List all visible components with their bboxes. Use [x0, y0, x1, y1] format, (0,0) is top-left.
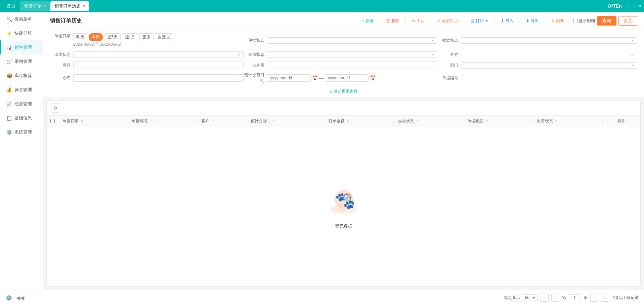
product-cell: 商品 ...	[50, 62, 244, 69]
th-bill-no[interactable]: 单据编号 ⇅	[128, 116, 198, 127]
refresh-label: 刷新	[556, 18, 564, 24]
maximize-button[interactable]: □	[634, 4, 636, 8]
tab-sales-history[interactable]: 销售订单历史 ×	[50, 1, 89, 11]
warehouse-label: 仓库	[50, 75, 73, 81]
date-range-display: 2023-06-02 至 2023-06-02	[73, 42, 173, 47]
date-btn-last7[interactable]: 近7天	[104, 33, 121, 41]
delete-button[interactable]: 🗑 删除	[383, 17, 403, 25]
cal-icon-start[interactable]: 📅	[312, 75, 318, 81]
th-out-status[interactable]: 出库状态 ⇅	[533, 116, 603, 127]
tab-home[interactable]: 首页	[3, 1, 19, 11]
date-btn-yesterday[interactable]: 昨天	[73, 33, 87, 41]
total-label: 共0页, 0条记录	[612, 295, 639, 301]
sidebar-item-purchase-mgmt[interactable]: 🛒 采购管理	[0, 54, 43, 69]
sidebar-collapse-icon[interactable]: ◀◀	[16, 295, 24, 301]
th-ops: 操作	[603, 116, 640, 127]
sidebar-item-search-label: 搜索菜单	[14, 16, 32, 22]
sidebar-item-inventory-label: 库存核算	[14, 73, 32, 79]
divider-3	[431, 18, 431, 24]
product-input[interactable]: ...	[73, 62, 244, 69]
date-btn-custom[interactable]: 自定义	[155, 33, 173, 41]
th-expected-date[interactable]: 预计交货... ⇅	[247, 116, 325, 127]
complete-status-select[interactable]: ▼	[267, 51, 437, 58]
salesman-ellipsis[interactable]: ...	[431, 63, 434, 68]
export-button[interactable]: ⬇ 导出	[523, 17, 542, 25]
new-button[interactable]: + 新增	[358, 17, 377, 25]
print-button[interactable]: 🖨 打印 ▼	[467, 17, 492, 25]
first-page-button[interactable]: «	[541, 294, 549, 302]
sidebar-settings-icon[interactable]: ⚙️	[5, 295, 12, 301]
bill-no-input[interactable]	[461, 77, 637, 79]
sidebar-item-basic-info-label: 基础信息	[14, 115, 32, 121]
warehouse-ellipsis[interactable]: ...	[237, 76, 241, 80]
out-status-select[interactable]: ▼	[73, 51, 244, 58]
import-button[interactable]: ⬆ 导入	[498, 17, 517, 25]
sidebar-item-search-menu[interactable]: 🔍 搜索菜单	[0, 12, 43, 26]
stop-button[interactable]: ⊘ 中止	[409, 17, 428, 25]
th-bill-date[interactable]: 单据日期 ⇅	[59, 116, 128, 127]
sidebar-item-basic-info[interactable]: 📋 基础信息	[0, 111, 43, 125]
salesman-input[interactable]: ...	[267, 62, 437, 69]
page-size-value: 50	[525, 295, 529, 300]
cal-icon-end[interactable]: 📅	[370, 75, 376, 81]
minimize-button[interactable]: —	[627, 4, 631, 8]
date-btn-more[interactable]: 更多	[139, 33, 154, 41]
data-table: 单据日期 ⇅ 单据编号 ⇅ 客户 ⇅ 预计交货...	[47, 116, 640, 127]
sidebar-item-inventory[interactable]: 📦 库存核算	[0, 69, 43, 83]
pagination: 每页显示 50 ▼ « ‹ 第 页 › » 共0页, 0条记录	[43, 290, 644, 305]
customer-ellipsis[interactable]: ...	[631, 52, 634, 57]
page-size-select[interactable]: 50 ▼	[523, 294, 538, 301]
setting-button[interactable]: 设置	[618, 16, 637, 26]
sidebar-bottom: ⚙️ ◀◀	[0, 290, 43, 305]
date-btn-today[interactable]: 今天	[89, 33, 103, 41]
cancel-stop-button[interactable]: ⊘ 取消中止	[434, 17, 461, 25]
bill-status-arrow: ▼	[431, 39, 434, 42]
show-detail-checkbox[interactable]	[573, 19, 577, 23]
prev-page-button[interactable]: ‹	[551, 294, 559, 302]
tab-sales-order-close[interactable]: ×	[44, 4, 46, 8]
show-detail-label[interactable]: 显示明细	[573, 18, 595, 24]
expected-date-start[interactable]	[267, 74, 311, 82]
refresh-button[interactable]: ↻ 刷新	[548, 17, 567, 25]
customer-input[interactable]: ...	[461, 51, 637, 58]
page-number-input[interactable]	[569, 294, 581, 301]
page-size-arrow: ▼	[532, 296, 535, 300]
refresh-icon: ↻	[551, 18, 555, 23]
th-order-amount[interactable]: 订单金额 ⇅	[325, 116, 394, 127]
next-page-button[interactable]: ›	[590, 294, 598, 302]
sidebar-item-ops-mgmt[interactable]: 📈 经营管理	[0, 97, 43, 111]
query-button[interactable]: 查询	[597, 16, 616, 26]
close-window-button[interactable]: ×	[639, 4, 641, 8]
payment-status-arrow: ▼	[631, 39, 634, 42]
th-customer[interactable]: 客户 ⇅	[198, 116, 247, 127]
divider-2	[405, 18, 406, 24]
new-icon: +	[362, 18, 364, 23]
sidebar-item-sys-mgmt-label: 系统管理	[14, 129, 32, 135]
warehouse-input[interactable]: ...	[73, 74, 244, 82]
last-page-button[interactable]: »	[601, 294, 609, 302]
sidebar-item-quick-nav[interactable]: ⚡ 快捷导航	[0, 26, 43, 40]
dept-select[interactable]: ▼	[461, 62, 637, 69]
salesman-cell: 业务员 ...	[244, 62, 437, 69]
product-ellipsis[interactable]: ...	[237, 63, 241, 68]
sidebar-item-sys-mgmt[interactable]: ⚙️ 系统管理	[0, 125, 43, 139]
date-btn-last1m[interactable]: 近1月	[122, 33, 138, 41]
th-bill-status[interactable]: 单据状态 ⇅	[464, 116, 533, 127]
bill-status-select[interactable]: ▼	[267, 37, 437, 44]
sidebar-item-finance[interactable]: 💰 资金管理	[0, 83, 43, 97]
table-settings-icon[interactable]: ⚙	[51, 103, 60, 113]
stop-icon: ⊘	[412, 18, 415, 23]
select-all-checkbox[interactable]	[50, 119, 55, 123]
sidebar-item-sales-mgmt[interactable]: 📊 销售管理	[0, 40, 43, 54]
expected-date-end[interactable]	[325, 74, 369, 82]
stop-label: 中止	[417, 18, 425, 24]
inventory-icon: 📦	[6, 73, 12, 78]
collapse-button[interactable]: ∧ 收起更多条件	[50, 87, 637, 96]
expected-date-label: 预计交货日期	[244, 72, 267, 84]
tab-sales-history-close[interactable]: ×	[83, 4, 85, 8]
dept-arrow: ▼	[631, 64, 634, 67]
payment-status-select[interactable]: ▼	[461, 37, 637, 44]
tab-sales-order[interactable]: 销售订单 ×	[20, 1, 50, 11]
date-filter-label: 单据日期	[50, 33, 73, 39]
th-payment-status[interactable]: 收款状态 ⇅	[394, 116, 464, 127]
